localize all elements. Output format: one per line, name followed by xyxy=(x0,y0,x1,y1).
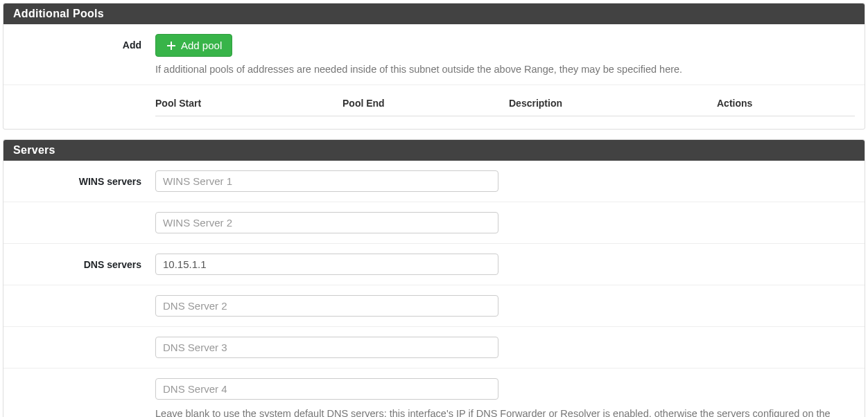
add-pool-row: Add Add pool If additional pools of addr… xyxy=(3,24,865,85)
add-pool-button-label: Add pool xyxy=(181,39,222,51)
col-pool-end: Pool End xyxy=(342,98,509,109)
add-label: Add xyxy=(13,34,155,51)
dns-server-2-input[interactable] xyxy=(155,295,498,317)
wins-server-2-input[interactable] xyxy=(155,212,498,233)
pool-table: Pool Start Pool End Description Actions xyxy=(3,85,865,129)
plus-icon xyxy=(166,40,177,51)
wins2-row xyxy=(3,202,865,244)
col-actions: Actions xyxy=(717,98,855,109)
wins1-row: WINS servers xyxy=(3,161,865,202)
additional-pools-body: Add Add pool If additional pools of addr… xyxy=(3,24,865,129)
dns-server-4-input[interactable] xyxy=(155,378,498,400)
col-pool-start: Pool Start xyxy=(155,98,342,109)
dns3-row xyxy=(3,327,865,369)
dns-servers-label: DNS servers xyxy=(13,254,155,270)
additional-pools-heading: Additional Pools xyxy=(3,3,865,24)
pool-table-header: Pool Start Pool End Description Actions xyxy=(155,94,855,116)
wins-servers-label: WINS servers xyxy=(13,170,155,187)
wins-server-1-input[interactable] xyxy=(155,170,498,192)
dns-hint: Leave blank to use the system default DN… xyxy=(155,407,855,417)
add-pool-input-col: Add pool If additional pools of addresse… xyxy=(155,34,855,75)
dns-server-1-input[interactable] xyxy=(155,254,498,275)
servers-body: WINS servers DNS servers xyxy=(3,161,865,417)
dns1-row: DNS servers xyxy=(3,244,865,285)
dns4-row: Leave blank to use the system default DN… xyxy=(3,369,865,417)
col-description: Description xyxy=(509,98,717,109)
additional-pools-panel: Additional Pools Add Add pool If additio… xyxy=(3,3,865,130)
dns2-row xyxy=(3,285,865,327)
servers-panel: Servers WINS servers DNS servers xyxy=(3,139,865,417)
dns-server-3-input[interactable] xyxy=(155,337,498,358)
add-pool-hint: If additional pools of addresses are nee… xyxy=(155,64,855,75)
add-pool-button[interactable]: Add pool xyxy=(155,34,232,57)
servers-heading: Servers xyxy=(3,140,865,161)
